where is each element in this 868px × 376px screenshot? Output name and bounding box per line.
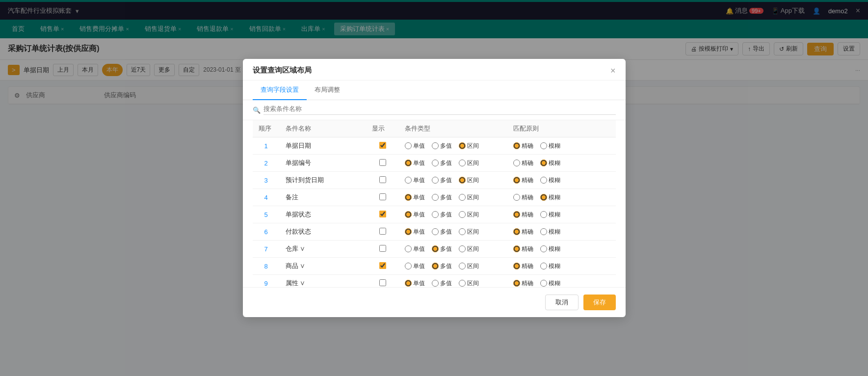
search-underline xyxy=(263,105,616,110)
modal-search-input[interactable] xyxy=(263,105,616,110)
modal-close-btn[interactable]: × xyxy=(610,66,616,75)
modal-title: 设置查询区域布局 xyxy=(253,66,312,75)
modal-tabs: 查询字段设置 布局调整 xyxy=(243,81,626,100)
modal-dialog: 设置查询区域布局 × 查询字段设置 布局调整 🔍 顺序 条件名称 显示 xyxy=(243,59,626,110)
modal-header: 设置查询区域布局 × xyxy=(243,59,626,81)
modal-search-icon: 🔍 xyxy=(253,107,261,111)
modal-tab-layout[interactable]: 布局调整 xyxy=(307,81,348,100)
modal-tab-fields[interactable]: 查询字段设置 xyxy=(253,81,307,100)
modal-search-area: 🔍 xyxy=(243,100,626,110)
modal-overlay: 设置查询区域布局 × 查询字段设置 布局调整 🔍 顺序 条件名称 显示 xyxy=(0,0,868,110)
